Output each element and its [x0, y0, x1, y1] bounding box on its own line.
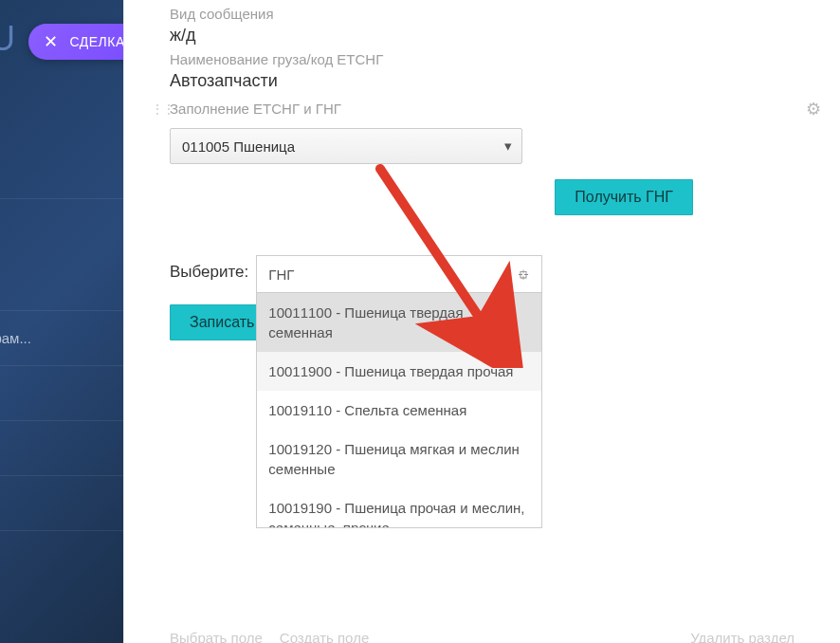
gng-option[interactable]: 10011100 - Пшеница твердая семенная — [257, 293, 541, 352]
gng-dropdown-scroll[interactable]: 10011100 - Пшеница твердая семенная 1001… — [257, 293, 541, 527]
gng-option[interactable]: 10019110 - Спельта семенная — [257, 391, 541, 430]
gear-icon[interactable]: ⚙ — [806, 99, 821, 119]
drag-handle-icon[interactable]: ⋮⋮ — [151, 101, 173, 117]
sidebar-item-1[interactable]: о CRM — [0, 264, 123, 303]
cargo-label: Наименование груза/код ЕТСНГ — [170, 51, 794, 67]
get-gng-button[interactable]: Получить ГНГ — [555, 179, 693, 215]
sidebar-item-0[interactable]: екты — [0, 152, 123, 191]
footer-select-field[interactable]: Выбрать поле — [170, 630, 263, 643]
gng-option[interactable]: 10019120 - Пшеница мягкая и меслин семен… — [257, 430, 541, 488]
footer-create-field[interactable]: Создать поле — [280, 630, 369, 643]
etsng-select-value: 011005 Пшеница — [182, 138, 295, 155]
msg-kind-label: Вид сообщения — [170, 6, 794, 22]
logo: U — [0, 19, 15, 59]
main-panel: Вид сообщения ж/д Наименование груза/код… — [123, 0, 840, 643]
sidebar-item-5[interactable]: йнеров — [0, 484, 123, 523]
sidebar-item-3[interactable]: VL — [0, 374, 123, 413]
close-icon[interactable]: ✕ — [44, 33, 59, 50]
gng-dropdown-list: 10011100 - Пшеница твердая семенная 1001… — [256, 293, 542, 528]
gng-dropdown[interactable]: ГНГ ⯐ — [256, 255, 542, 293]
deal-pill-label: СДЕЛКА — [70, 34, 125, 49]
gng-dropdown-value: ГНГ — [268, 266, 294, 283]
gng-option[interactable]: 10019190 - Пшеница прочая и меслин, семе… — [257, 488, 541, 527]
sidebar: U екты о CRM неджерам... VL т йнеров — [0, 0, 123, 643]
footer-delete-section[interactable]: Удалить раздел — [690, 630, 794, 643]
sidebar-item-2[interactable]: неджерам... — [0, 319, 123, 358]
chevron-down-icon: ▾ — [504, 138, 512, 155]
etsng-select[interactable]: 011005 Пшеница ▾ — [170, 128, 522, 164]
gng-option[interactable]: 10011900 - Пшеница твердая прочая — [257, 352, 541, 391]
pin-icon: ⯐ — [518, 267, 530, 282]
section-title: Заполнение ЕТСНГ и ГНГ — [170, 101, 341, 117]
choose-label: Выберите: — [170, 255, 248, 282]
sidebar-item-4[interactable]: т — [0, 429, 123, 468]
cargo-value[interactable]: Автозапчасти — [170, 71, 794, 91]
msg-kind-value[interactable]: ж/д — [170, 26, 794, 46]
